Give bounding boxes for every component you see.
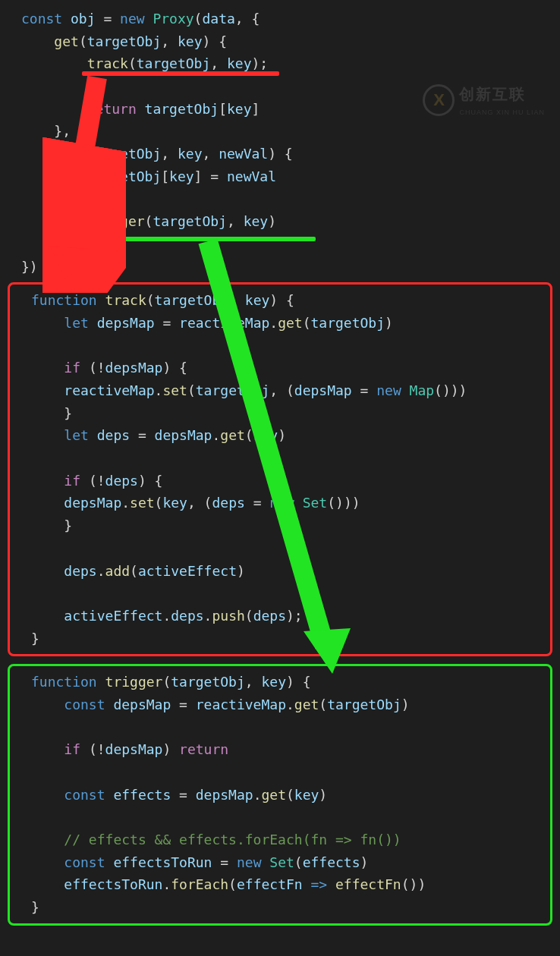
track-function-box: function track(targetObj, key) { let dep…	[8, 282, 552, 656]
code-block-track: function track(targetObj, key) { let dep…	[10, 289, 550, 649]
watermark-icon: X	[423, 84, 455, 116]
watermark-logo: X 创新互联 CHUANG XIN HU LIAN	[423, 82, 545, 118]
trigger-function-box: function trigger(targetObj, key) { const…	[8, 664, 552, 926]
watermark-en: CHUANG XIN HU LIAN	[459, 107, 545, 118]
trigger-underline	[90, 237, 316, 241]
track-underline	[82, 71, 279, 76]
watermark-cn: 创新互联	[459, 82, 545, 107]
code-block-trigger: function trigger(targetObj, key) { const…	[10, 671, 550, 919]
